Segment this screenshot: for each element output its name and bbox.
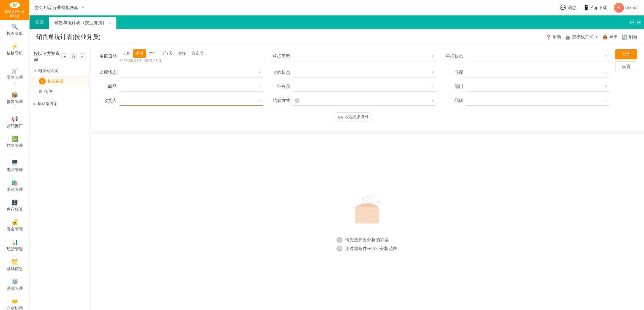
template-print-btn[interactable]: 🖨️ 按模板打印 ▼ [565,34,598,40]
sidebar-divider-1 [0,60,29,64]
filter-recvstatus-row: 收款状态 ▼ [270,67,437,78]
tab-close-icon[interactable]: × [109,20,111,25]
user-btn[interactable]: Ea demo2 [614,3,639,13]
type-dropdown-icon: ▼ [431,54,434,58]
tab-maximize-icon[interactable]: ⊞ [637,19,641,25]
setting-btn[interactable]: 设置 [615,61,637,72]
date-tab-custom[interactable]: 自定义 [189,49,206,58]
goods-input[interactable]: ··· [119,82,263,92]
date-range: 2023-03-01 至 2023-03-31 [119,58,263,63]
query-btn[interactable]: 查询 [615,49,637,59]
tab-home[interactable]: 首页 [30,15,49,29]
panel-group-mobile-title[interactable]: ▶ 移动端方案 [30,99,90,109]
panel-add-icon[interactable]: + [61,53,68,60]
industry-dropdown-icon[interactable]: ▼ [81,6,85,9]
main-area: 办公用品行业模拟账套 ▼ 💬 消息 📱 App下载 Ea demo2 首页 [30,0,644,310]
tab-minimize-icon[interactable]: ⊟ [630,19,634,25]
system-icon: ⚙️ [11,278,18,285]
empty-steps: 1 请先选择要分析的方案 2 用过滤条件来缩小分析范围 [336,237,397,254]
sidebar-item-basic[interactable]: 🗂️ 基础信息 [0,255,29,275]
recvstatus-label: 收款状态 [270,69,290,75]
status-input[interactable]: ▼ [466,51,610,61]
avatar-initials: Ea [616,5,622,10]
filter-brand-row: 品牌 ··· [443,96,610,106]
sidebar-item-retail[interactable]: 🛒 零售管理 ▼ [0,64,29,88]
outstatus-dropdown-icon: ▼ [258,70,261,74]
sidebar-item-ecommerce[interactable]: 🖥️ 电商管理 [0,156,29,176]
refresh-label: 刷新 [629,34,637,40]
brand-dots-icon: ··· [604,98,608,103]
panel-group-desktop: ▼ 电脑端方案 ⊙ 按业务员 ⊞ 按单 [30,65,90,98]
date-tabs: 上月 本月 本年 近7天 更多 自定义 [119,49,263,58]
export-btn[interactable]: 📤 导出 [602,34,618,40]
panel-group-desktop-title[interactable]: ▼ 电脑端方案 [30,66,90,76]
recvstatus-input[interactable]: ▼ [293,67,437,78]
sidebar-item-quicknav-label: 快捷导航 [7,51,23,56]
type-input[interactable]: ▼ [293,51,437,61]
panel-collapse-icon[interactable]: « [79,53,86,60]
sidebar-item-ecommerce-label: 电商管理 [7,167,23,173]
sidebar-item-quicknav[interactable]: ⚡ 快捷导航 [0,40,29,60]
dept-input[interactable]: ▼ [466,82,610,92]
page-content: 销货单统计表(按业务员) ❓ 帮助 🖨️ 按模板打印 ▼ 📤 导出 🔄 刷 [30,29,644,310]
avatar: Ea [614,3,624,13]
empty-image: ✦ ✦ ✧ [347,190,387,230]
sidebar-item-enterprise[interactable]: 🤝 企业协同 [0,295,29,310]
filter-outstatus-row: 出库状态 ▼ [97,67,263,78]
date-tab-thismonth[interactable]: 本月 [133,49,146,58]
settlement-input[interactable]: × ▼ [293,96,437,106]
filter-fields: 单据日期 上月 本月 本年 近7天 更多 自定义 [97,49,610,124]
outstatus-input[interactable]: ▼ [119,67,263,78]
dept-label: 部门 [443,84,463,90]
receiver-input[interactable]: ··· [119,96,263,106]
sidebar-item-system[interactable]: ⚙️ 系统管理 [0,275,29,295]
collapse-up-icon: ∧∧ [337,115,343,119]
sidebar-item-inventory[interactable]: 🗄️ 库存核算 [0,196,29,216]
sidebar-item-marketing[interactable]: 📢 营销推广 [0,112,29,132]
sidebar: 好 畅捷通好生意 标账版 🔍 搜索菜单 ⚡ 快捷导航 🛒 零售管理 ▼ 📦 批发… [0,0,30,310]
refresh-btn[interactable]: 🔄 刷新 [622,34,637,40]
template-print-dropdown-icon: ▼ [595,35,598,39]
sidebar-item-wholesale[interactable]: 📦 批发管理 ▲ [0,88,29,112]
date-tab-7days[interactable]: 近7天 [160,49,175,58]
sidebar-logo: 好 畅捷通好生意 标账版 [0,0,30,20]
help-btn[interactable]: ❓ 帮助 [546,34,561,40]
outstatus-label: 出库状态 [97,69,117,75]
collapse-label: 收起更多条件 [345,114,369,120]
sidebar-item-operation[interactable]: 📊 经营管理 [0,236,29,255]
help-icon: ❓ [546,35,551,40]
settlement-clear-btn[interactable]: × [295,98,300,103]
tab-sales-stat-label: 销货单统计表（按业务员） [54,20,107,26]
app-download-btn[interactable]: 📱 App下载 [583,5,607,11]
inventory-icon: 🗄️ [11,199,18,206]
date-tab-thisyear[interactable]: 本年 [146,49,160,58]
help-label: 帮助 [552,34,561,40]
logo-text: 畅捷通好生意 [5,9,25,14]
sidebar-item-purchase[interactable]: 🛍️ 采购管理 [0,176,29,196]
date-tab-lastmonth[interactable]: 上月 [119,49,133,58]
panel-item-by-salesperson[interactable]: ⊙ 按业务员 [30,76,90,87]
tab-bar: 首页 销货单统计表（按业务员） × ⊟ ⊞ [30,15,644,29]
panel-settings-icon[interactable]: ⊙ [70,53,77,60]
warehouse-input[interactable]: ··· [466,67,610,78]
collapse-btn[interactable]: ∧∧ 收起更多条件 [333,112,373,121]
sidebar-item-sales-label: 销售管理 [7,143,23,149]
tab-spacer [116,15,627,29]
step1-text: 请先选择要分析的方案 [345,237,389,243]
brand-input[interactable]: ··· [466,96,610,106]
retail-expand-icon: ▼ [13,82,16,85]
date-tabs-area: 上月 本月 本年 近7天 更多 自定义 2023-03-01 至 2023-03… [119,49,263,63]
sidebar-item-sales[interactable]: 💹 销售管理 [0,132,29,152]
sidebar-item-finance-label: 资金管理 [7,226,23,232]
header-right: 💬 消息 📱 App下载 Ea demo2 [560,3,639,13]
filter-type-row: 单据类型 ▼ [270,49,437,63]
tab-sales-stat[interactable]: 销货单统计表（按业务员） × [49,17,116,29]
salesperson-input[interactable]: ··· [293,82,437,92]
panel-item-by-salesperson-label: 按业务员 [48,79,64,84]
sidebar-item-finance[interactable]: 💰 资金管理 [0,216,29,236]
date-tab-more[interactable]: 更多 [175,49,189,58]
sidebar-item-search[interactable]: 🔍 搜索菜单 [0,20,29,40]
messages-btn[interactable]: 💬 消息 [560,5,576,11]
receiver-dots-icon: ··· [257,98,261,103]
panel-item-by-order[interactable]: ⊞ 按单 [30,87,90,96]
